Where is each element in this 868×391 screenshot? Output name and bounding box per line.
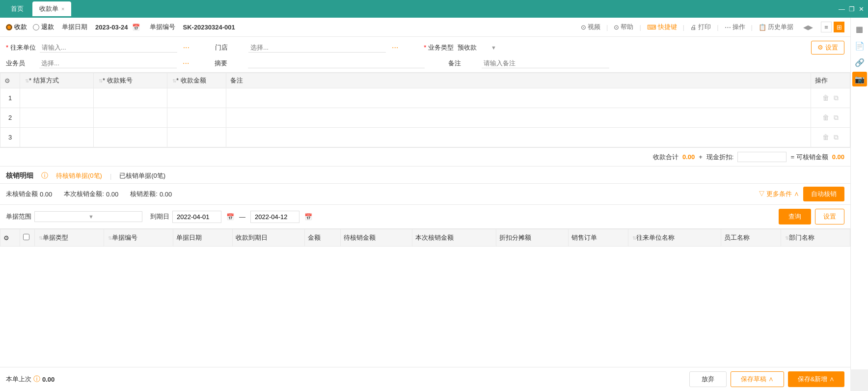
summary-input[interactable]	[248, 58, 425, 68]
calendar-icon[interactable]: 📅	[132, 24, 140, 31]
result-value: 0.00	[832, 153, 844, 161]
shortcut-btn[interactable]: ⌨ 快捷键	[647, 23, 677, 31]
settings-button[interactable]: ⚙ 设置	[811, 41, 844, 55]
tab-active-label: 收款单	[39, 4, 58, 13]
row-delete-btn[interactable]: 🗑	[822, 94, 829, 102]
business-type-dropdown[interactable]: ▼	[491, 45, 496, 51]
bth-discount: 折扣分摊额	[496, 229, 568, 247]
sidebar-camera-icon[interactable]: 📷	[852, 72, 867, 86]
salesperson-label: 业务员	[6, 59, 35, 68]
total-value: 0.00	[682, 153, 695, 161]
bth-current-amount: 本次核销金额	[412, 229, 496, 247]
tab-home[interactable]: 首页	[4, 1, 30, 16]
salesperson-input[interactable]	[39, 58, 177, 68]
th-settle-method: ⇅* 结算方式	[20, 73, 94, 88]
bth-doc-type: ⇅单据类型	[35, 229, 104, 247]
close-icon[interactable]: ✕	[859, 5, 864, 13]
layout-list-btn[interactable]: ≡	[821, 22, 832, 32]
more-conditions-btn[interactable]: ▽ 更多条件 ∧	[759, 190, 799, 198]
row-copy-btn[interactable]: ⧉	[834, 133, 839, 141]
status-info: 本单上次 ⓘ 0.00	[6, 375, 54, 384]
tab-close-icon[interactable]: ×	[61, 6, 64, 12]
bth-checkbox[interactable]	[20, 229, 35, 247]
date-to-calendar-icon[interactable]: 📅	[304, 213, 312, 221]
salesperson-more-btn[interactable]: ···	[181, 59, 191, 68]
business-type-label: 业务类型	[424, 43, 454, 52]
help-btn[interactable]: ⊙ 帮助	[614, 23, 633, 31]
history-btn[interactable]: 📋 历史单据	[759, 23, 793, 31]
video-btn[interactable]: ⊙ 视频	[581, 23, 600, 31]
date-dash: —	[239, 213, 245, 221]
th-account: ⇅* 收款账号	[94, 73, 167, 88]
plus-sign: +	[699, 153, 703, 161]
summary-label: 摘要	[215, 59, 244, 68]
date-to-input[interactable]	[250, 211, 299, 223]
prev-icon[interactable]: ◀	[803, 24, 808, 31]
bottom-table-section: ⚙ ⇅单据类型 ⇅单据编号 单据日期 收款到期日 金额 待核销金额 本次核销金额…	[0, 229, 850, 367]
sidebar-table-icon[interactable]: ▦	[852, 22, 867, 36]
writeoff-info-icon[interactable]: ⓘ	[41, 171, 48, 180]
bottom-table: ⚙ ⇅单据类型 ⇅单据编号 单据日期 收款到期日 金额 待核销金额 本次核销金额…	[0, 229, 850, 247]
radio-receive-input[interactable]	[6, 24, 12, 30]
minimize-icon[interactable]: —	[839, 5, 845, 13]
th-amount: ⇅* 收款金额	[167, 73, 226, 88]
range-label: 单据范围	[6, 212, 31, 221]
bth-amount: 金额	[304, 229, 340, 247]
row-delete-btn[interactable]: 🗑	[822, 133, 829, 141]
th-gear[interactable]: ⚙	[0, 73, 20, 88]
doc-num-value: SK-20230324-001	[183, 24, 235, 31]
writeoff-settings-btn[interactable]: 设置	[815, 209, 844, 224]
row-delete-btn[interactable]: 🗑	[822, 113, 829, 121]
pending-tab[interactable]: 待核销单据(0笔)	[56, 171, 102, 180]
status-bar: 本单上次 ⓘ 0.00 放弃 保存草稿 ∧ 保存&新增 ∧	[0, 367, 850, 391]
layout-grid-btn[interactable]: ⊞	[834, 22, 844, 32]
row-copy-btn[interactable]: ⧉	[834, 94, 839, 102]
th-action: 操作	[811, 73, 850, 88]
radio-receive-label: 收款	[14, 23, 27, 31]
remark-input[interactable]	[482, 58, 609, 68]
done-tab[interactable]: 已核销单据(0笔)	[119, 171, 165, 180]
sidebar-doc-icon[interactable]: 📄	[852, 38, 867, 53]
tab-active[interactable]: 收款单 ×	[32, 1, 71, 16]
bth-pending-amount: 待核销金额	[341, 229, 412, 247]
select-all-checkbox[interactable]	[23, 234, 29, 240]
status-info-icon[interactable]: ⓘ	[33, 375, 40, 384]
query-btn[interactable]: 查询	[779, 209, 811, 224]
equals-sign: = 可核销金额	[790, 153, 828, 162]
total-label: 收款合计	[653, 153, 678, 162]
restore-icon[interactable]: ❐	[849, 5, 855, 13]
writeoff-stats: 未核销金额 0.00 本次核销金额: 0.00 核销差额: 0.00 ▽ 更多条…	[0, 184, 850, 205]
status-value: 0.00	[42, 376, 54, 383]
radio-refund[interactable]: 退款	[33, 23, 54, 31]
discount-label: 现金折扣:	[706, 153, 734, 162]
remark-label: 备注	[448, 59, 478, 68]
radio-receive[interactable]: 收款	[6, 23, 27, 31]
writeoff-section: 核销明细 ⓘ 待核销单据(0笔) | 已核销单据(0笔) 未核销金额 0.00 …	[0, 167, 850, 391]
radio-refund-input[interactable]	[33, 24, 39, 30]
bth-employee: 员工名称	[721, 229, 781, 247]
store-more-btn[interactable]: ···	[390, 43, 400, 52]
th-remark: 备注	[226, 73, 811, 88]
abandon-btn[interactable]: 放弃	[689, 371, 727, 387]
doc-info: 单据日期 2023-03-24 📅 单据编号 SK-20230324-001	[62, 23, 235, 31]
status-label: 本单上次	[6, 375, 31, 384]
date-from-calendar-icon[interactable]: 📅	[226, 213, 234, 221]
print-btn[interactable]: 🖨 打印	[690, 23, 711, 31]
save-draft-btn[interactable]: 保存草稿 ∧	[731, 371, 784, 387]
counterpart-more-btn[interactable]: ···	[181, 43, 191, 52]
next-icon[interactable]: ▶	[808, 24, 813, 31]
operations-btn[interactable]: ⋯ 操作	[725, 23, 745, 31]
bth-doc-num: ⇅单据编号	[104, 229, 173, 247]
store-input[interactable]	[248, 43, 386, 53]
store-label: 门店	[215, 43, 244, 52]
counterpart-input[interactable]	[40, 43, 177, 53]
save-new-btn[interactable]: 保存&新增 ∧	[788, 371, 844, 387]
date-from-input[interactable]	[172, 211, 221, 223]
range-select[interactable]: ▼	[34, 211, 142, 222]
form-section-row1: 往来单位 ··· 门店 ··· 业务类型 预收款 ▼ ⚙ 设置 业务员 ··· …	[0, 37, 850, 73]
discount-input[interactable]	[737, 152, 787, 162]
sidebar-link-icon[interactable]: 🔗	[852, 55, 867, 70]
row-copy-btn[interactable]: ⧉	[834, 113, 839, 121]
auto-writeoff-btn[interactable]: 自动核销	[803, 187, 844, 201]
bth-gear[interactable]: ⚙	[0, 229, 20, 247]
